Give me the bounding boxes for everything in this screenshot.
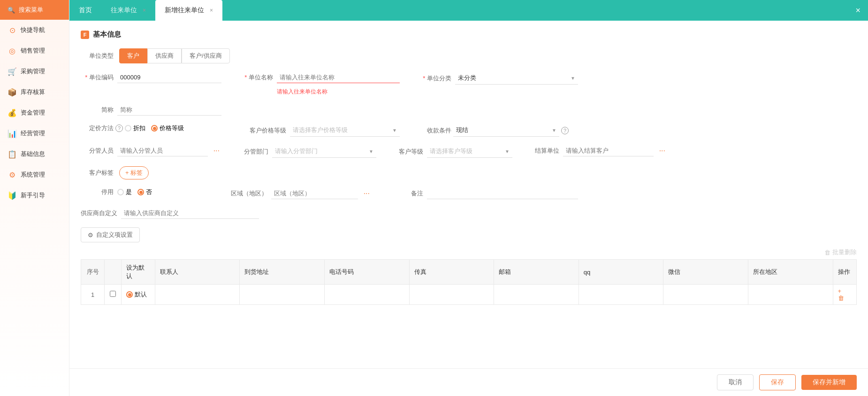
department-field: 分管部门 请输入分管部门 ▼: [236, 145, 376, 158]
chevron-down-icon5: ▼: [505, 149, 510, 154]
short-name-row: 简称: [81, 104, 857, 116]
pricing-method-field: 定价方法 ? 折扣 价格等级: [81, 124, 231, 132]
settlement-more-btn[interactable]: ···: [657, 147, 667, 155]
wechat-input[interactable]: [668, 291, 743, 298]
main-close-button[interactable]: ×: [848, 6, 868, 16]
row-phone[interactable]: [325, 285, 410, 305]
radio-discount[interactable]: 折扣: [125, 124, 145, 132]
radio-yes[interactable]: 是: [117, 188, 132, 196]
sidebar-item-newbie[interactable]: 🔰 新手引导: [0, 185, 69, 206]
col-address: 到货地址: [240, 260, 325, 285]
batch-delete-area: 🗑 批量删除: [81, 248, 857, 256]
sidebar-item-quick-nav[interactable]: ⊙ 快捷导航: [0, 20, 69, 40]
sidebar-item-operations[interactable]: 📊 经营管理: [0, 123, 69, 144]
customer-price-level-select[interactable]: 请选择客户价格等级 ▼: [290, 124, 400, 137]
row-region[interactable]: [748, 285, 833, 305]
batch-delete-label[interactable]: 批量删除: [832, 248, 857, 256]
col-phone: 电话号码: [325, 260, 410, 285]
qq-input[interactable]: [584, 291, 659, 298]
tab-new-partner-close[interactable]: ×: [210, 7, 213, 14]
tab-home[interactable]: 首页: [69, 0, 101, 21]
settlement-unit-input[interactable]: [563, 145, 654, 156]
payment-hint-icon[interactable]: ?: [561, 127, 569, 134]
finance-icon: 💰: [8, 108, 17, 117]
contact-input[interactable]: [160, 291, 235, 298]
delete-row-btn[interactable]: 🗑: [838, 295, 844, 302]
region-input[interactable]: [271, 188, 358, 199]
pricing-method-label: 定价方法: [81, 124, 114, 132]
save-new-button[interactable]: 保存并新增: [801, 375, 857, 390]
disabled-label: 停用: [81, 188, 114, 196]
row-email[interactable]: [494, 285, 579, 305]
disabled-field: 停用 是 否: [81, 188, 212, 196]
row-checkbox[interactable]: [105, 285, 122, 305]
tab-bar: 首页 往来单位 × 新增往来单位 × ×: [69, 0, 868, 21]
quick-nav-icon: ⊙: [8, 25, 17, 35]
short-name-label: 简称: [81, 106, 114, 114]
supplier-custom-label: 供应商自定义: [81, 209, 117, 217]
email-input[interactable]: [499, 291, 574, 298]
tab-new-partner[interactable]: 新增往来单位 ×: [155, 0, 222, 21]
customer-level-select[interactable]: 请选择客户等级 ▼: [427, 145, 512, 158]
sidebar-item-basic[interactable]: 📋 基础信息: [0, 144, 69, 164]
payment-terms-select[interactable]: 现结 ▼: [453, 124, 559, 137]
row-wechat[interactable]: [663, 285, 748, 305]
row-fax[interactable]: [409, 285, 494, 305]
sales-icon: ◎: [8, 46, 17, 55]
custom-settings-button[interactable]: ⚙ 自定义项设置: [81, 227, 140, 242]
unit-btn-customer[interactable]: 客户: [119, 48, 147, 63]
short-name-input[interactable]: [117, 104, 221, 116]
col-action: 操作: [833, 260, 856, 285]
supplier-custom-input[interactable]: [121, 208, 259, 219]
sidebar-item-purchase[interactable]: 🛒 采购管理: [0, 61, 69, 82]
address-input[interactable]: [244, 291, 320, 298]
row-contact[interactable]: [155, 285, 240, 305]
radio-no[interactable]: 否: [137, 188, 152, 196]
customer-price-level-label: 客户价格等级: [250, 126, 286, 135]
row-checkbox-input[interactable]: [110, 291, 116, 297]
sidebar-item-finance[interactable]: 💰 资金管理: [0, 102, 69, 123]
unit-code-input[interactable]: [117, 72, 221, 83]
sidebar-search[interactable]: 🔍 搜索菜单: [0, 0, 69, 20]
save-button[interactable]: 保存: [759, 374, 796, 390]
fax-input[interactable]: [414, 291, 489, 298]
sidebar-item-inventory[interactable]: 📦 库存核算: [0, 82, 69, 102]
tab-partners[interactable]: 往来单位 ×: [101, 0, 155, 21]
operations-icon: 📊: [8, 129, 17, 138]
region-more-btn[interactable]: ···: [362, 189, 372, 198]
unit-btn-both[interactable]: 客户/供应商: [182, 48, 230, 63]
manager-more-btn[interactable]: ···: [212, 147, 221, 155]
unit-category-field: 单位分类 未分类 ▼: [419, 72, 578, 85]
row-region-input[interactable]: [753, 291, 828, 298]
pricing-hint-icon[interactable]: ?: [115, 124, 123, 132]
sidebar-item-system[interactable]: ⚙ 系统管理: [0, 164, 69, 185]
unit-category-select[interactable]: 未分类 ▼: [455, 72, 578, 85]
manager-row: 分管人员 ··· 分管部门 请输入分管部门 ▼ 客户等级 请选择客户等级 ▼: [81, 145, 857, 158]
search-icon: 🔍: [8, 7, 15, 14]
manager-field: 分管人员 ···: [81, 145, 221, 156]
sidebar-item-label: 系统管理: [21, 171, 45, 179]
department-select[interactable]: 请输入分管部门 ▼: [272, 145, 376, 158]
unit-category-label: 单位分类: [419, 74, 451, 83]
cancel-button[interactable]: 取消: [717, 374, 754, 390]
section-title-text: 基本信息: [93, 30, 121, 39]
row-qq[interactable]: [579, 285, 663, 305]
add-row-btn[interactable]: +: [838, 287, 842, 295]
remark-input[interactable]: [427, 188, 578, 199]
row-address[interactable]: [240, 285, 325, 305]
unit-btn-supplier[interactable]: 供应商: [147, 48, 182, 63]
unit-type-field: 单位类型 客户 供应商 客户/供应商: [81, 48, 230, 63]
manager-input[interactable]: [117, 145, 208, 156]
phone-input[interactable]: [329, 291, 404, 298]
customer-tag-row: 客户标签 + 标签: [81, 166, 857, 179]
settings-icon: ⚙: [88, 232, 93, 239]
unit-name-input[interactable]: [277, 72, 400, 83]
col-qq: qq: [579, 260, 663, 285]
col-num: 序号: [81, 260, 105, 285]
radio-price-level[interactable]: 价格等级: [151, 124, 184, 132]
tag-add-button[interactable]: + 标签: [119, 166, 149, 179]
sidebar-item-sales[interactable]: ◎ 销售管理: [0, 40, 69, 61]
default-radio[interactable]: 默认: [126, 290, 150, 299]
tab-partners-close[interactable]: ×: [143, 7, 146, 14]
customer-price-level-field: 客户价格等级 请选择客户价格等级 ▼: [250, 124, 400, 137]
